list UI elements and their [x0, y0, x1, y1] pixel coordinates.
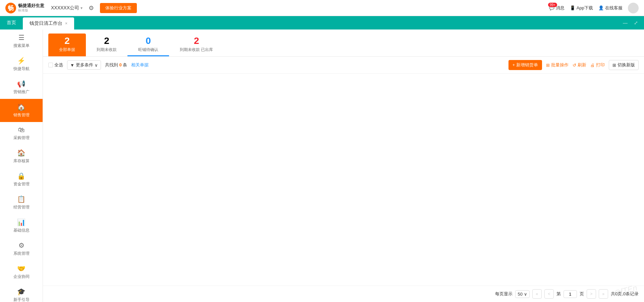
app-logo: 畅 畅捷通好生意 标准版: [5, 3, 48, 13]
stat-all-number: 2: [64, 36, 70, 46]
sidebar-item-inventory[interactable]: 🏠 库存核算: [0, 145, 43, 168]
sidebar-item-marketing[interactable]: 📢 营销推广: [0, 76, 43, 99]
tab-close-icon[interactable]: ×: [65, 21, 67, 26]
stat-tab-overdue[interactable]: 2 到期未收款: [86, 34, 127, 56]
page-size-selector[interactable]: 50 ∨: [515, 290, 529, 298]
sidebar: ☰ 搜索菜单 ⚡ 快捷导航 📢 营销推广 🏠 销售管理 🛍 采购管理 🏠 库存核…: [0, 29, 43, 302]
stat-tab-shipped[interactable]: 2 到期未收款 已出库: [169, 34, 224, 56]
main-layout: ☰ 搜索菜单 ⚡ 快捷导航 📢 营销推广 🏠 销售管理 🛍 采购管理 🏠 库存核…: [0, 29, 644, 302]
sidebar-item-capital[interactable]: 🔒 资金管理: [0, 168, 43, 191]
stat-shipped-label: 到期未收款 已出库: [180, 47, 213, 53]
switch-label: 切换新版: [618, 62, 635, 68]
page-label-end: 页: [580, 291, 584, 297]
refresh-label: 刷新: [578, 62, 586, 68]
sidebar-item-marketing-label: 营销推广: [13, 89, 30, 95]
logo-sub: 标准版: [18, 8, 44, 13]
tab-maximize-button[interactable]: ⤢: [632, 19, 640, 27]
sidebar-item-enterprise[interactable]: 🤝 企业协同: [0, 260, 43, 284]
tab-home[interactable]: 首页: [0, 16, 23, 29]
sidebar-item-quick-label: 快捷导航: [13, 66, 30, 72]
service-icon: 👤: [598, 5, 604, 10]
select-all-checkbox[interactable]: 全选: [48, 62, 63, 68]
tab-daily-work[interactable]: 钱货日清工作台 ×: [23, 17, 74, 29]
message-button[interactable]: 💬 99+ 消息: [549, 5, 565, 11]
page-summary: 共0页,0条记录: [611, 291, 639, 297]
sales-icon: 🏠: [17, 103, 25, 111]
top-bar: 畅 畅捷通好生意 标准版 XXXXXX公司 ▾ ⚙ 体验行业方案 💬 99+ 消…: [0, 0, 644, 16]
add-sales-order-button[interactable]: + 新增销货单: [508, 60, 542, 70]
stat-tab-pending[interactable]: 0 旺铺待确认: [127, 34, 169, 56]
prev-page-button[interactable]: <: [544, 289, 554, 299]
related-orders-link[interactable]: 相关单据: [131, 62, 149, 68]
sidebar-item-basic-label: 基础信息: [13, 228, 30, 233]
user-avatar[interactable]: [628, 3, 639, 13]
inventory-icon: 🏠: [17, 149, 25, 157]
tab-bar-actions: — ⤢: [621, 16, 644, 29]
more-filter-button[interactable]: ▼ 更多条件 ∨: [67, 60, 101, 70]
stat-shipped-number: 2: [194, 36, 199, 46]
app-download-label: App下载: [577, 5, 593, 11]
company-name: XXXXXX公司: [51, 5, 79, 11]
batch-icon: ⊞: [546, 63, 550, 68]
next-page-button[interactable]: >: [587, 289, 596, 299]
message-label: 消息: [556, 5, 565, 11]
sidebar-item-basic[interactable]: 📊 基础信息: [0, 214, 43, 237]
operations-icon: 📋: [17, 195, 25, 203]
filter-label: 更多条件: [76, 62, 93, 68]
app-download-icon: 📱: [570, 5, 575, 10]
sidebar-item-guide[interactable]: 🎓 新手引导: [0, 284, 43, 302]
page-size-value: 50: [518, 292, 522, 297]
sidebar-item-sales[interactable]: 🏠 销售管理: [0, 99, 43, 122]
capital-icon: 🔒: [17, 172, 25, 180]
purchase-icon: 🛍: [18, 126, 25, 134]
sidebar-item-inventory-label: 库存核算: [13, 158, 30, 164]
tab-home-label: 首页: [7, 20, 16, 26]
filter-chevron: ∨: [95, 63, 98, 68]
app-download-button[interactable]: 📱 App下载: [570, 5, 593, 11]
sidebar-item-system[interactable]: ⚙ 系统管理: [0, 237, 43, 260]
tab-minimize-button[interactable]: —: [621, 19, 629, 27]
found-unit: 条: [123, 62, 127, 67]
sidebar-item-sales-label: 销售管理: [13, 112, 30, 118]
sidebar-item-search[interactable]: ☰ 搜索菜单: [0, 29, 43, 53]
first-page-button[interactable]: «: [532, 289, 542, 299]
sidebar-item-purchase-label: 采购管理: [13, 135, 30, 141]
online-service-button[interactable]: 👤 在线客服: [598, 5, 623, 11]
sidebar-item-purchase[interactable]: 🛍 采购管理: [0, 122, 43, 145]
message-badge: 99+: [548, 3, 557, 7]
switch-new-version-button[interactable]: ⊞ 切换新版: [609, 60, 639, 70]
stats-tabs: 2 全部单据 2 到期未收款 0 旺铺待确认 2 到期未收款 已出库: [43, 29, 644, 57]
sidebar-item-search-label: 搜索菜单: [13, 43, 30, 49]
content-area: 2 全部单据 2 到期未收款 0 旺铺待确认 2 到期未收款 已出库: [43, 29, 644, 302]
system-icon: ⚙: [18, 241, 24, 249]
sidebar-item-operations[interactable]: 📋 经营管理: [0, 191, 43, 214]
sidebar-item-enterprise-label: 企业协同: [13, 274, 30, 280]
quick-nav-icon: ⚡: [17, 57, 25, 65]
select-all-label: 全选: [54, 62, 63, 68]
refresh-button[interactable]: ↺ 刷新: [573, 62, 586, 68]
stats-tabs-row: 2 全部单据 2 到期未收款 0 旺铺待确认 2 到期未收款 已出库: [48, 34, 639, 56]
stat-overdue-label: 到期未收款: [97, 47, 117, 53]
guide-icon: 🎓: [17, 288, 25, 296]
switch-icon: ⊞: [612, 63, 616, 68]
checkbox-box: [48, 63, 53, 67]
sidebar-item-quick[interactable]: ⚡ 快捷导航: [0, 53, 43, 76]
stat-tab-all[interactable]: 2 全部单据: [48, 34, 86, 56]
page-number-input[interactable]: [564, 290, 577, 298]
page-size-label: 每页显示: [495, 291, 513, 297]
trial-button[interactable]: 体验行业方案: [100, 3, 137, 13]
company-selector[interactable]: XXXXXX公司 ▾: [51, 5, 83, 11]
print-button[interactable]: 🖨 打印: [590, 62, 605, 68]
pagination-bar: 每页显示 50 ∨ « < 第 页 > » 共0页,0条记录: [43, 286, 644, 302]
last-page-button[interactable]: »: [599, 289, 608, 299]
batch-label: 批量操作: [551, 62, 569, 68]
batch-operation-button[interactable]: ⊞ 批量操作: [546, 62, 569, 68]
toolbar-left: 全选 ▼ 更多条件 ∨ 共找到 0 条 相关单据: [48, 60, 149, 70]
sidebar-item-capital-label: 资金管理: [13, 181, 30, 187]
tab-bar: 首页 钱货日清工作台 × — ⤢: [0, 16, 644, 29]
page-size-chevron: ∨: [524, 292, 527, 297]
toolbar-right: + 新增销货单 ⊞ 批量操作 ↺ 刷新 🖨 打印 ⊞ 切换新版: [508, 60, 639, 70]
settings-button[interactable]: ⚙: [87, 3, 96, 13]
print-label: 打印: [596, 62, 605, 68]
basic-info-icon: 📊: [17, 218, 25, 226]
